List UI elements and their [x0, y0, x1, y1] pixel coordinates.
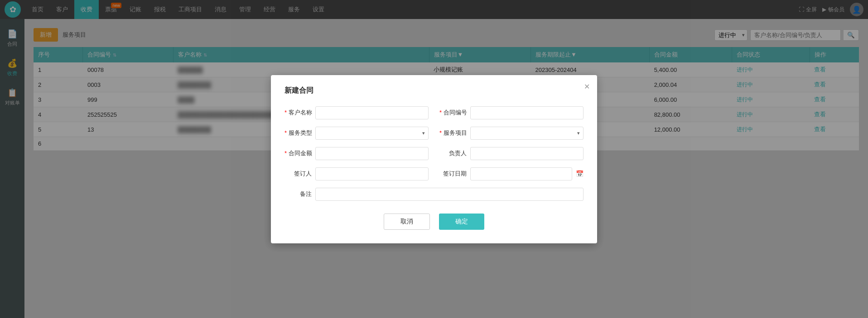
form-row-amount: 合同金额 0.00	[285, 147, 429, 160]
contract-no-input[interactable]	[470, 106, 583, 119]
service-type-label: 服务类型	[285, 129, 312, 137]
service-type-select-wrapper	[315, 127, 429, 140]
sign-date-label: 签订日期	[439, 170, 467, 178]
signer-input[interactable]	[315, 167, 429, 180]
form-row-sign-date: 签订日期 2023-06-06 📅	[439, 167, 583, 180]
service-item-select[interactable]	[470, 127, 583, 140]
calendar-icon[interactable]: 📅	[576, 170, 583, 177]
remark-label: 备注	[285, 190, 312, 198]
form-row-service-item: 服务项目	[439, 127, 583, 140]
service-type-select[interactable]	[315, 127, 429, 140]
modal-overlay: ✕ 新建合同 客户名称 合同编号 服务类型 服	[0, 0, 868, 318]
sign-date-input[interactable]: 2023-06-06	[470, 167, 572, 180]
assignee-label: 负责人	[439, 149, 467, 157]
contract-no-label: 合同编号	[439, 109, 467, 117]
cancel-button[interactable]: 取消	[384, 214, 430, 230]
customer-name-input[interactable]	[315, 106, 429, 119]
assignee-input[interactable]	[470, 147, 583, 160]
confirm-button[interactable]: 确定	[439, 214, 484, 230]
modal-close-button[interactable]: ✕	[584, 82, 590, 91]
form-row-customer: 客户名称	[285, 106, 429, 119]
form-row-contract-no: 合同编号	[439, 106, 583, 119]
customer-name-label: 客户名称	[285, 109, 312, 117]
form-row-remark: 备注	[285, 188, 583, 201]
form-row-assignee: 负责人	[439, 147, 583, 160]
service-item-select-wrapper	[470, 127, 583, 140]
form-grid: 客户名称 合同编号 服务类型 服务项目	[285, 106, 583, 201]
form-row-signer: 签订人	[285, 167, 429, 180]
contract-amount-input[interactable]: 0.00	[315, 147, 429, 160]
form-row-service-type: 服务类型	[285, 127, 429, 140]
contract-amount-label: 合同金额	[285, 149, 312, 157]
modal-footer: 取消 确定	[285, 214, 583, 230]
signer-label: 签订人	[285, 170, 312, 178]
new-contract-modal: ✕ 新建合同 客户名称 合同编号 服务类型 服	[271, 75, 597, 243]
modal-title: 新建合同	[285, 86, 583, 95]
remark-input[interactable]	[315, 188, 583, 201]
service-item-label: 服务项目	[439, 129, 467, 137]
